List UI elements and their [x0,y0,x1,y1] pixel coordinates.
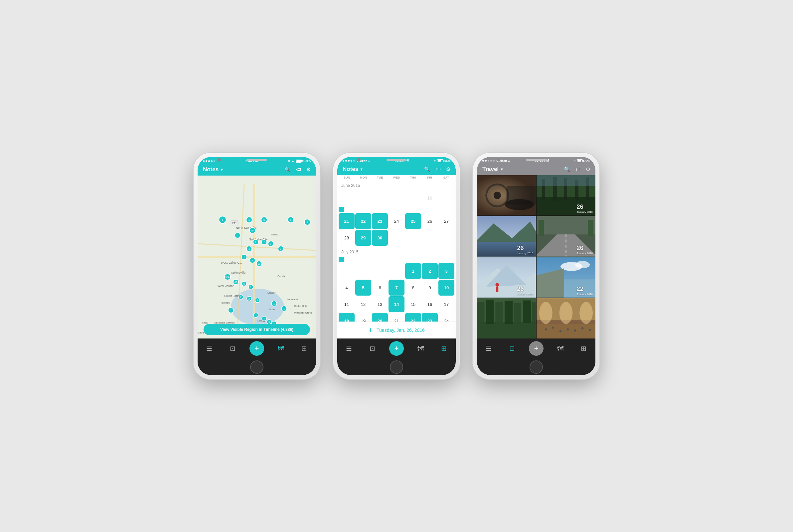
calendar-icon-map[interactable]: ⊞ [298,343,311,354]
tag-icon-cal[interactable]: 🏷 [436,166,441,172]
gear-icon-map[interactable]: ⚙ [306,167,311,173]
cal-cell[interactable]: 1 [405,263,421,279]
cal-cell[interactable] [339,263,355,279]
cal-cell[interactable]: 25 [405,213,421,229]
menu-icon-map[interactable]: ☰ [203,343,216,354]
map-icon-cal[interactable]: 🗺 [414,343,427,354]
photo-content[interactable]: 26January 2016 [477,175,596,339]
add-btn-photo[interactable]: + [529,341,544,356]
cal-cell[interactable]: 16 [422,190,438,206]
cal-cell[interactable] [438,230,454,246]
home-button-map[interactable] [250,360,263,374]
cal-cell[interactable]: 9 [422,280,438,296]
photo-cell-car[interactable] [477,175,536,215]
cal-cell[interactable]: 8 [405,280,421,296]
cal-cell[interactable] [389,230,404,246]
cal-cell[interactable]: 4 [339,280,355,296]
tag-icon-map[interactable]: 🏷 [296,167,301,173]
cal-cell-empty-row[interactable] [339,207,344,212]
cal-cell[interactable]: 17 [438,296,454,312]
cal-cell[interactable] [372,190,388,206]
cal-cell[interactable]: 27 [438,213,454,229]
photo-cell-forest2[interactable] [477,298,536,339]
svg-rect-109 [539,220,544,236]
map-icon-map[interactable]: 🗺 [274,343,287,354]
cal-cell[interactable]: 22 [355,213,371,229]
add-btn-map[interactable]: + [249,341,264,356]
cal-cell[interactable]: 10 [438,280,454,296]
cal-cell[interactable] [355,190,371,206]
battery-pct-photo: 72% [584,159,590,163]
status-bar-map: 2:48 PM ⌗ ▲ 100% [203,159,311,164]
cal-cell[interactable] [355,263,371,279]
cal-cell[interactable]: 26 [422,213,438,229]
photo-icon-cal[interactable]: ⊡ [366,343,379,354]
calendar-view[interactable]: SUN MON TUE WED THU FRI SAT June 2015 [337,175,456,339]
photo-icon-map[interactable]: ⊡ [226,343,240,354]
calendar-icon-photo[interactable]: ⊞ [577,343,590,354]
gear-icon-photo[interactable]: ⚙ [586,166,590,172]
svg-rect-125 [495,302,503,324]
home-button-photo[interactable] [530,360,543,374]
photo-cell-cliff[interactable]: 22January 2016 [536,258,596,298]
svg-text:West Valley C...: West Valley C... [221,261,242,264]
map-content[interactable]: North Salt Lake Salt Lake City West Vall… [197,175,316,339]
add-btn-cal[interactable]: + [389,341,404,356]
map-timeline-btn[interactable]: View Visible Region in Timeline (4,886) [204,324,310,335]
cal-cell[interactable] [372,263,388,279]
cal-cell[interactable]: 3 [438,263,454,279]
cal-cell[interactable] [438,190,454,206]
cal-cell[interactable]: 5 [355,280,371,296]
menu-icon-photo[interactable]: ☰ [482,343,495,354]
photo-icon-photo[interactable]: ⊡ [506,343,519,354]
cal-cell[interactable]: 7 [389,280,404,296]
phone-map: 2:48 PM ⌗ ▲ 100% Notes ▼ [194,153,320,379]
photo-grid[interactable]: 26January 2016 [477,175,596,339]
cal-cell[interactable]: 2 [422,263,438,279]
cal-cell[interactable] [422,230,438,246]
search-icon-photo[interactable]: 🔍 [564,166,570,172]
home-button-cal[interactable] [390,360,403,374]
svg-rect-101 [536,175,596,186]
photo-cell-road[interactable]: 26January 2016 [536,216,596,256]
cal-cell[interactable]: 30 [372,230,388,246]
cal-cell[interactable]: 28 [339,230,355,246]
cal-cell[interactable]: 11 [339,296,355,312]
calendar-icon-cal[interactable]: ⊞ [437,343,451,354]
svg-text:Pleasant Grove: Pleasant Grove [294,311,313,314]
svg-text:Riverton: Riverton [221,302,229,304]
cal-cell[interactable]: 14 [389,296,404,312]
time-map: 2:48 PM [245,159,258,163]
cal-footer: + Tuesday, Jan. 26, 2016 [337,322,456,339]
tag-icon-photo[interactable]: 🏷 [575,166,581,172]
photo-cell-station[interactable] [536,298,596,339]
cal-cell[interactable] [389,190,404,206]
calendar-content[interactable]: SUN MON TUE WED THU FRI SAT June 2015 [337,175,456,339]
svg-point-133 [560,302,573,324]
search-icon-cal[interactable]: 🔍 [424,166,430,172]
search-icon-map[interactable]: 🔍 [284,167,291,173]
photo-cell-forest[interactable]: 26January 2016 [536,175,596,215]
svg-text:2: 2 [280,248,281,250]
cal-cell[interactable]: 16 [422,296,438,312]
gear-icon-cal[interactable]: ⚙ [446,166,450,172]
cal-cell-empty-row[interactable] [339,257,344,262]
cal-cell[interactable] [389,263,404,279]
cal-cell[interactable] [405,190,421,206]
photo-cell-mountain-lake[interactable]: 26January 2016 [477,216,536,256]
cal-cell[interactable]: 23 [372,213,388,229]
cal-cell[interactable]: 13 [372,296,388,312]
cal-cell[interactable] [405,230,421,246]
cal-cell[interactable] [339,190,355,206]
photo-cell-snowy[interactable]: 26January 2016 [477,258,536,298]
cal-cell[interactable]: 6 [372,280,388,296]
cal-add-icon[interactable]: + [368,326,373,335]
cal-cell[interactable]: 24 [389,213,404,229]
cal-cell[interactable]: 21 [339,213,355,229]
cal-cell[interactable]: 12 [355,296,371,312]
map-view[interactable]: North Salt Lake Salt Lake City West Vall… [197,175,316,339]
cal-cell[interactable]: 29 [355,230,371,246]
menu-icon-cal[interactable]: ☰ [342,343,356,354]
cal-cell[interactable]: 15 [405,296,421,312]
map-icon-photo[interactable]: 🗺 [553,343,567,354]
